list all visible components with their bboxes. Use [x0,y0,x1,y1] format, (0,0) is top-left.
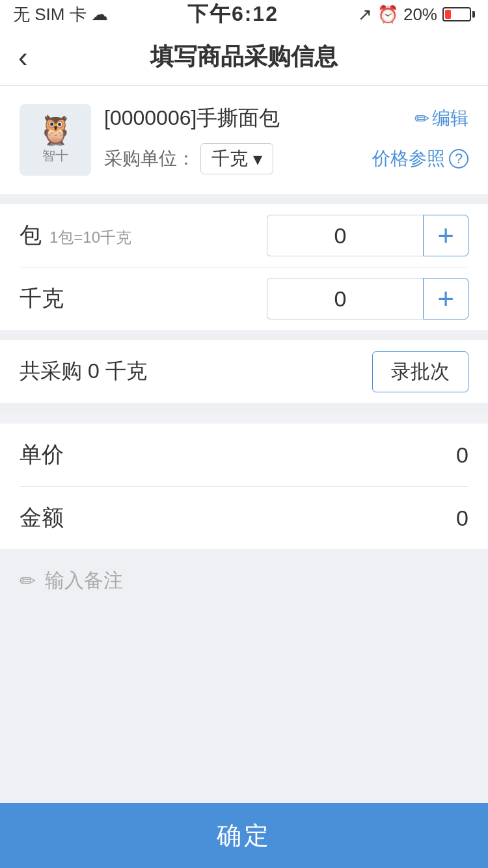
product-image: 🦉 智十 [20,104,91,176]
kg-input-row: 千克 + [0,267,488,330]
location-icon: ↗ [358,5,372,25]
unit-value: 千克 [211,146,248,171]
product-logo: 🦉 [38,116,74,144]
bao-input-right: + [267,215,468,256]
summary-row: 共采购 0 千克 录批次 [0,340,488,403]
alarm-icon: ⏰ [377,5,398,25]
nav-bar: ‹ 填写商品采购信息 [0,29,488,86]
unit-price-row: 单价 0 [0,424,488,486]
edit-label: 编辑 [432,106,468,131]
summary-section: 共采购 0 千克 录批次 [0,340,488,403]
battery-percent: 20% [403,5,437,25]
kg-input-right: + [267,278,468,319]
back-button[interactable]: ‹ [18,43,28,72]
product-name: [0000006]手撕面包 [104,104,280,133]
edit-icon: ✏ [414,108,429,129]
divider-2 [0,330,488,340]
remark-section[interactable]: ✏ 输入备注 [0,549,488,612]
amount-row: 金额 0 [0,487,488,549]
help-icon: ? [449,149,468,169]
product-card: 🦉 智十 [0000006]手撕面包 ✏ 编辑 采购单位： 千克 ▾ [0,86,488,194]
kg-label: 千克 [20,284,64,314]
unit-select[interactable]: 千克 ▾ [200,143,273,174]
product-info: [0000006]手撕面包 ✏ 编辑 采购单位： 千克 ▾ 价格参照 ? [104,104,468,174]
remark-placeholder: 输入备注 [45,567,123,594]
record-batch-button[interactable]: 录批次 [372,351,468,392]
summary-text: 共采购 0 千克 [20,357,147,386]
sim-label: 无 SIM 卡 ☁ [13,3,108,26]
divider-1 [0,194,488,204]
info-section: 单价 0 金额 0 [0,424,488,549]
bao-quantity-input[interactable] [267,215,423,256]
status-time: 下午6:12 [187,0,278,29]
price-ref-label: 价格参照 [372,146,445,171]
page-title: 填写商品采购信息 [150,41,338,73]
kg-quantity-input[interactable] [267,278,423,319]
confirm-button[interactable]: 确定 [0,803,488,868]
status-right: ↗ ⏰ 20% [358,5,475,25]
bao-label: 包 1包=10千克 [20,221,131,251]
product-unit-row: 采购单位： 千克 ▾ 价格参照 ? [104,143,468,174]
unit-price-value: 0 [456,442,468,468]
price-ref-button[interactable]: 价格参照 ? [372,146,468,171]
bao-sublabel: 1包=10千克 [49,227,131,248]
status-bar: 无 SIM 卡 ☁ 下午6:12 ↗ ⏰ 20% [0,0,488,29]
chevron-down-icon: ▾ [253,148,262,170]
pencil-icon: ✏ [20,569,36,592]
bao-plus-button[interactable]: + [423,215,468,256]
bao-input-row: 包 1包=10千克 + [0,204,488,267]
product-name-row: [0000006]手撕面包 ✏ 编辑 [104,104,468,133]
unit-price-label: 单价 [20,440,64,470]
status-left: 无 SIM 卡 ☁ [13,3,108,26]
kg-plus-button[interactable]: + [423,278,468,319]
amount-label: 金额 [20,503,64,533]
divider-3 [0,403,488,413]
amount-value: 0 [456,506,468,531]
unit-label: 采购单位： [104,146,195,171]
input-section: 包 1包=10千克 + 千克 + [0,204,488,330]
edit-button[interactable]: ✏ 编辑 [414,106,468,131]
product-image-label: 智十 [42,147,68,165]
battery-indicator [442,7,475,21]
